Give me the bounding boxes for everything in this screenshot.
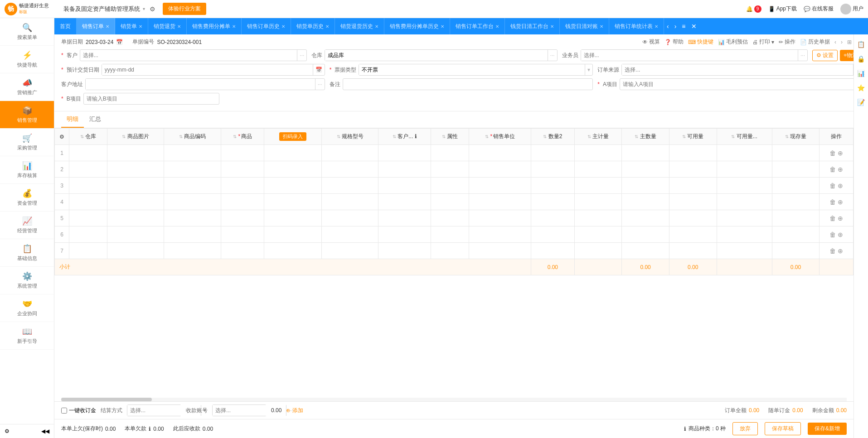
row5-main-unit[interactable] [574, 210, 622, 226]
row4-available2[interactable] [717, 194, 772, 210]
row7-attribute[interactable] [431, 243, 469, 259]
note-input[interactable] [343, 78, 593, 90]
row6-available[interactable] [669, 226, 717, 243]
staff-input[interactable] [581, 50, 798, 61]
row4-main-qty[interactable] [622, 194, 669, 210]
address-input[interactable] [86, 79, 315, 90]
row1-warehouse[interactable] [69, 145, 107, 161]
tab-close-icon[interactable]: ✕ [325, 24, 329, 29]
tab-sales-goods[interactable]: 销货单 ✕ [115, 18, 148, 34]
col-attribute[interactable]: ⇅ 属性 [431, 129, 469, 145]
row7-available[interactable] [669, 243, 717, 259]
row5-available2[interactable] [717, 210, 772, 226]
row2-available[interactable] [669, 161, 717, 178]
row3-spec[interactable] [321, 178, 378, 194]
payment-method-select[interactable]: ▾ [127, 404, 181, 416]
row1-stock[interactable] [772, 145, 820, 161]
col-warehouse[interactable]: ⇅ 仓库 [69, 129, 107, 145]
save-draft-button[interactable]: 保存草稿 [765, 422, 801, 435]
scrollbar-thumb[interactable] [61, 398, 152, 401]
horizontal-scrollbar[interactable] [61, 398, 847, 401]
app-download[interactable]: 📱 App下载 [768, 5, 797, 13]
row2-customer-code[interactable] [378, 161, 431, 178]
tab-close-icon[interactable]: ✕ [600, 24, 603, 29]
sidebar-item-basic[interactable]: 📋 基础信息 [0, 239, 54, 267]
row1-code[interactable] [164, 145, 221, 161]
row2-copy-icon[interactable]: ⊕ [838, 166, 843, 173]
tab-workbench[interactable]: 销售订单工作台 ✕ [450, 18, 505, 34]
col-product[interactable]: ⇅ *商品 [221, 129, 264, 145]
row5-stock[interactable] [772, 210, 820, 226]
tab-expense-history[interactable]: 销售费用分摊单历史 ✕ [384, 18, 450, 34]
col-spec[interactable]: ⇅ 规格型号 [321, 129, 378, 145]
row7-delete-icon[interactable]: 🗑 [829, 247, 836, 255]
row6-delete-icon[interactable]: 🗑 [829, 231, 836, 238]
sidebar-item-finance[interactable]: 💰 资金管理 [0, 184, 54, 212]
row5-customer-code[interactable] [378, 210, 431, 226]
tab-close-icon[interactable]: ✕ [550, 24, 554, 29]
tab-close-icon[interactable]: ✕ [441, 24, 444, 29]
row5-image[interactable] [107, 210, 164, 226]
tab-sales-stats[interactable]: 销售订单统计表 ✕ [609, 18, 664, 34]
invoice-input[interactable] [359, 64, 585, 75]
view-btn[interactable]: 👁 视算 [642, 38, 660, 46]
row2-code[interactable] [164, 161, 221, 178]
tab-menu-icon[interactable]: ≡ [679, 23, 688, 30]
save-new-button[interactable]: 保存&新增 [808, 423, 847, 435]
col-code[interactable]: ⇅ 商品编码 [164, 129, 221, 145]
sidebar-item-system[interactable]: ⚙️ 系统管理 [0, 267, 54, 294]
row6-unit[interactable] [469, 226, 531, 243]
tab-sales-order-history[interactable]: 销售订单历史 ✕ [242, 18, 291, 34]
row7-customer-code[interactable] [378, 243, 431, 259]
invoice-arrow-icon[interactable]: ▾ [585, 64, 592, 75]
row2-delete-icon[interactable]: 🗑 [829, 166, 836, 173]
rp-btn-3[interactable]: 📊 [856, 68, 867, 79]
tab-daily-reconcile[interactable]: 钱货日清对账 ✕ [560, 18, 609, 34]
row1-image[interactable] [107, 145, 164, 161]
row7-spec[interactable] [321, 243, 378, 259]
row7-available2[interactable] [717, 243, 772, 259]
rp-btn-5[interactable]: 📝 [856, 97, 867, 108]
row1-copy-icon[interactable]: ⊕ [838, 149, 843, 157]
row6-stock[interactable] [772, 226, 820, 243]
sidebar-item-enterprise[interactable]: 🤝 企业协同 [0, 294, 54, 322]
rp-btn-2[interactable]: 🔒 [856, 53, 867, 64]
tab-close-icon[interactable]: ✕ [495, 24, 499, 29]
row3-copy-icon[interactable]: ⊕ [838, 182, 843, 189]
sidebar-item-guide[interactable]: 📖 新手引导 [0, 322, 54, 350]
col-stock[interactable]: ⇅ 现存量 [772, 129, 820, 145]
shortcut-btn[interactable]: ⌨ 快捷键 [688, 38, 713, 46]
warehouse-more-icon[interactable]: ··· [548, 50, 557, 61]
row1-attribute[interactable] [431, 145, 469, 161]
row3-stock[interactable] [772, 178, 820, 194]
row1-available2[interactable] [717, 145, 772, 161]
delivery-input[interactable] [102, 64, 313, 75]
sidebar-settings-icon[interactable]: ⚙ [5, 428, 10, 434]
scan-button[interactable]: 扫码录入 [279, 132, 306, 141]
row3-product[interactable] [221, 178, 264, 194]
row3-main-qty[interactable] [622, 178, 669, 194]
row7-qty2[interactable] [531, 243, 574, 259]
row2-available2[interactable] [717, 161, 772, 178]
row5-warehouse[interactable] [69, 210, 107, 226]
row7-image[interactable] [107, 243, 164, 259]
pager-next-icon[interactable]: › [841, 39, 843, 45]
customer-more-icon[interactable]: ··· [297, 50, 306, 61]
row4-warehouse[interactable] [69, 194, 107, 210]
row4-customer-code[interactable] [378, 194, 431, 210]
row5-unit[interactable] [469, 210, 531, 226]
tab-close-all-icon[interactable]: ✕ [689, 23, 699, 30]
col-customer-code[interactable]: ⇅ 客户... ℹ [378, 129, 431, 145]
tab-close-icon[interactable]: ✕ [106, 24, 109, 29]
row1-unit[interactable] [469, 145, 531, 161]
row7-stock[interactable] [772, 243, 820, 259]
rp-btn-4[interactable]: ⭐ [856, 82, 867, 93]
address-more-icon[interactable]: ··· [315, 79, 325, 90]
col-main-unit[interactable]: ⇅ 主计量 [574, 129, 622, 145]
row3-image[interactable] [107, 178, 164, 194]
row2-unit[interactable] [469, 161, 531, 178]
sidebar-item-stock[interactable]: 📊 库存核算 [0, 156, 54, 184]
row2-qty2[interactable] [531, 161, 574, 178]
row6-code[interactable] [164, 226, 221, 243]
sidebar-item-purchase[interactable]: 🛒 采购管理 [0, 129, 54, 156]
